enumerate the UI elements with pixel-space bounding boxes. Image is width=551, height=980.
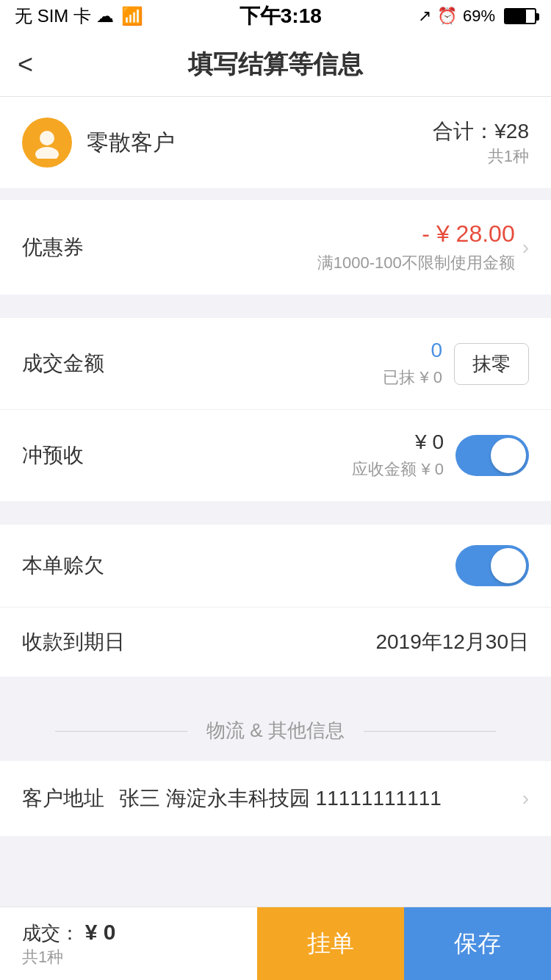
- address-label: 客户地址: [22, 785, 104, 813]
- prepayment-row: 冲预收 ¥ 0 应收金额 ¥ 0: [0, 410, 551, 501]
- due-date-label: 收款到期日: [22, 628, 125, 656]
- bottom-deal-amount: ¥ 0: [85, 920, 116, 944]
- svg-point-1: [35, 147, 59, 159]
- status-left: 无 SIM 卡 ☁ 📶: [15, 4, 143, 28]
- due-date-row: 收款到期日 2019年12月30日: [0, 608, 551, 677]
- section-divider-2: [0, 513, 551, 525]
- debt-label: 本单赊欠: [22, 552, 104, 580]
- hang-order-button[interactable]: 挂单: [257, 907, 404, 981]
- bottom-info: 成交： ¥ 0 共1种: [0, 920, 257, 968]
- battery-percent: 69%: [463, 7, 495, 26]
- customer-summary: 合计：¥28 共1种: [433, 118, 529, 167]
- address-chevron-icon: ›: [522, 787, 529, 810]
- customer-left: 零散客户: [22, 118, 175, 167]
- avatar-icon: [31, 126, 63, 159]
- customer-total: 合计：¥28: [433, 118, 529, 145]
- coupon-row[interactable]: 优惠券 - ¥ 28.00 满1000-100不限制使用金额 ›: [0, 200, 551, 295]
- transaction-sub: 已抹 ¥ 0: [383, 367, 442, 389]
- wifi-icon: 📶: [121, 6, 143, 26]
- status-bar: 无 SIM 卡 ☁ 📶 下午3:18 ↗ ⏰ 69%: [0, 0, 551, 32]
- save-button[interactable]: 保存: [404, 907, 551, 981]
- address-row[interactable]: 客户地址 张三 海淀永丰科技园 11111111111 ›: [0, 761, 551, 836]
- section-divider-1: [0, 306, 551, 318]
- status-time: 下午3:18: [240, 2, 322, 30]
- prepayment-sub: 应收金额 ¥ 0: [352, 458, 444, 480]
- battery-icon: [504, 8, 536, 24]
- debt-toggle[interactable]: [455, 545, 529, 586]
- customer-avatar: [22, 118, 72, 167]
- transaction-value: 0: [383, 339, 442, 362]
- transaction-value-block: 0 已抹 ¥ 0: [383, 339, 442, 389]
- logistics-section: 物流 & 其他信息: [0, 700, 551, 761]
- svg-point-0: [40, 131, 54, 145]
- prepayment-right: ¥ 0 应收金额 ¥ 0: [352, 430, 529, 480]
- due-date-value: 2019年12月30日: [375, 628, 529, 656]
- back-button[interactable]: <: [18, 49, 33, 80]
- coupon-info: - ¥ 28.00 满1000-100不限制使用金额: [317, 220, 515, 274]
- address-value: 张三 海淀永丰科技园 11111111111: [119, 785, 442, 813]
- alarm-icon: ⏰: [437, 7, 457, 26]
- debt-right: [455, 545, 529, 586]
- customer-row: 零散客户 合计：¥28 共1种: [0, 97, 551, 188]
- page-title: 填写结算等信息: [188, 48, 363, 82]
- bottom-deal-label: 成交：: [22, 922, 79, 944]
- bottom-deal-row: 成交： ¥ 0: [22, 920, 235, 946]
- bottom-bar: 成交： ¥ 0 共1种 挂单 保存: [0, 907, 551, 980]
- coupon-chevron-icon: ›: [522, 236, 529, 259]
- debt-card: 本单赊欠 收款到期日 2019年12月30日: [0, 525, 551, 677]
- transaction-label: 成交金额: [22, 350, 104, 378]
- status-right: ↗ ⏰ 69%: [418, 7, 536, 26]
- nav-bar: < 填写结算等信息: [0, 32, 551, 97]
- transaction-row: 成交金额 0 已抹 ¥ 0 抹零: [0, 318, 551, 410]
- logistics-label: 物流 & 其他信息: [0, 718, 551, 743]
- coupon-label: 优惠券: [22, 234, 84, 262]
- customer-count: 共1种: [433, 145, 529, 167]
- customer-name: 零散客户: [87, 128, 175, 158]
- transaction-right: 0 已抹 ¥ 0 抹零: [383, 339, 529, 389]
- location-icon: ↗: [418, 7, 431, 26]
- section-divider-3: [0, 688, 551, 700]
- prepayment-toggle[interactable]: [455, 435, 529, 476]
- transaction-card: 成交金额 0 已抹 ¥ 0 抹零 冲预收 ¥ 0 应收金额 ¥ 0: [0, 318, 551, 501]
- bottom-count: 共1种: [22, 946, 235, 968]
- address-left: 客户地址 张三 海淀永丰科技园 11111111111: [22, 785, 442, 813]
- prepayment-label: 冲预收: [22, 442, 84, 469]
- coupon-right: - ¥ 28.00 满1000-100不限制使用金额 ›: [317, 220, 529, 274]
- prepayment-value-block: ¥ 0 应收金额 ¥ 0: [352, 430, 444, 480]
- prepayment-value: ¥ 0: [352, 430, 444, 454]
- round-zero-button[interactable]: 抹零: [454, 343, 529, 385]
- sim-label: 无 SIM 卡 ☁: [15, 4, 114, 28]
- content-area: 零散客户 合计：¥28 共1种 优惠券 - ¥ 28.00 满1000-100不…: [0, 97, 551, 924]
- debt-row: 本单赊欠: [0, 525, 551, 608]
- coupon-sub: 满1000-100不限制使用金额: [317, 252, 515, 274]
- coupon-discount: - ¥ 28.00: [317, 220, 515, 248]
